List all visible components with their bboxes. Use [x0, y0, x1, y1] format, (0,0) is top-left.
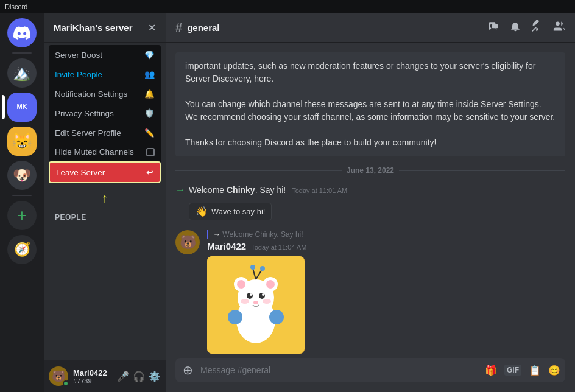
sticker-area [207, 256, 305, 354]
welcome-timestamp: Today at 11:01 AM [292, 187, 347, 194]
user-info: Mari0422 #7739 [73, 368, 112, 385]
server-sidebar: MariKhan's server ✕ Server Boost 💎 Invit… [44, 13, 166, 392]
svg-point-20 [241, 299, 249, 304]
menu-item-leave-server[interactable]: Leave Server ↩ [49, 161, 161, 183]
settings-button[interactable]: ⚙️ [149, 371, 161, 382]
menu-item-server-boost[interactable]: Server Boost 💎 [49, 45, 161, 65]
privacy-settings-icon: 🛡️ [144, 108, 155, 118]
message-input[interactable] [200, 359, 480, 382]
svg-point-13 [253, 301, 258, 304]
leave-server-icon: ↩ [146, 167, 153, 177]
mic-button[interactable]: 🎤 [117, 371, 129, 382]
intro-text-2: You can change which channel these messa… [185, 98, 556, 124]
welcome-message-chinky: → Welcome Chinky. Say hi! Today at 11:01… [175, 184, 565, 195]
messages-area[interactable]: important updates, such as new moderatio… [166, 43, 575, 358]
svg-point-17 [250, 265, 255, 270]
server-divider [12, 52, 32, 54]
message-meta: Mari0422 Today at 11:04 AM [207, 241, 565, 251]
svg-point-15 [269, 310, 284, 324]
message-avatar-mari0422: 🐻 [175, 230, 200, 254]
people-label: People [50, 211, 91, 224]
wave-button[interactable]: 👋 Wave to say hi! [189, 203, 272, 220]
svg-point-8 [266, 280, 275, 289]
user-controls: 🎤 🎧 ⚙️ [117, 371, 161, 382]
welcome-text-2: . Say hi! [255, 185, 286, 195]
hide-muted-channels-checkbox[interactable] [146, 148, 155, 156]
reply-text: Welcome Chinky. Say hi! [222, 230, 303, 239]
server-icon-emoji[interactable]: 😸 [7, 127, 37, 156]
intro-message-block: important updates, such as new moderatio… [175, 52, 565, 156]
date-label: June 13, 2022 [347, 166, 394, 175]
active-indicator [2, 95, 5, 119]
date-line-left [175, 170, 342, 171]
svg-point-10 [259, 293, 265, 299]
intro-text-1: important updates, such as new moderatio… [185, 60, 556, 85]
notifications-icon[interactable] [509, 20, 521, 35]
date-line-right [399, 170, 565, 171]
threads-icon[interactable] [487, 20, 499, 35]
reply-bar: → Welcome Chinky. Say hi! [207, 230, 565, 239]
pinned-icon[interactable] [531, 20, 543, 35]
close-icon[interactable]: ✕ [148, 22, 156, 33]
server-boost-icon: 💎 [144, 50, 155, 60]
server-icon-marikhan[interactable]: MK [7, 93, 37, 122]
svg-point-7 [237, 280, 245, 289]
svg-point-21 [263, 299, 271, 304]
svg-point-19 [260, 266, 265, 271]
svg-line-0 [532, 27, 537, 32]
invite-people-label: Invite People [55, 70, 102, 79]
title-bar-text: Discord [5, 3, 27, 10]
svg-point-1 [556, 22, 560, 26]
gif-icon[interactable]: GIF [504, 365, 521, 376]
svg-point-9 [247, 293, 253, 299]
explore-servers-button[interactable]: 🧭 [7, 235, 37, 264]
gift-icon[interactable]: 🎁 [485, 365, 497, 376]
server-icon-discord[interactable] [7, 18, 37, 47]
menu-item-edit-server-profile[interactable]: Edit Server Profile ✏️ [49, 123, 161, 142]
sticker-icon[interactable]: 📋 [529, 365, 541, 376]
emoji-icon[interactable]: 😊 [548, 365, 560, 376]
user-tag: #7739 [73, 377, 112, 385]
members-icon[interactable] [553, 20, 565, 35]
menu-item-hide-muted-channels[interactable]: Hide Muted Channels [49, 142, 161, 161]
menu-item-notification-settings[interactable]: Notification Settings 🔔 [49, 84, 161, 103]
date-divider: June 13, 2022 [175, 166, 565, 175]
welcome-text-1: Welcome [189, 185, 227, 195]
hide-muted-channels-label: Hide Muted Channels [55, 147, 134, 156]
header-icons [487, 20, 565, 35]
svg-point-12 [262, 293, 264, 296]
add-server-button[interactable]: + [7, 201, 37, 230]
context-menu: Server Boost 💎 Invite People 👥 Notificat… [49, 45, 161, 183]
server-name: MariKhan's server [54, 23, 132, 33]
notification-settings-icon: 🔔 [144, 89, 155, 99]
server-icon-4[interactable]: 🐶 [7, 161, 37, 190]
arrow-indicator: ↑ [44, 191, 166, 206]
user-status-dot [63, 380, 69, 387]
wave-emoji: 👋 [196, 206, 208, 217]
server-header[interactable]: MariKhan's server ✕ [44, 13, 166, 43]
add-attachment-icon[interactable]: ⊕ [180, 358, 196, 382]
svg-point-14 [228, 310, 242, 324]
privacy-settings-label: Privacy Settings [55, 109, 114, 118]
server-boost-label: Server Boost [55, 51, 102, 60]
user-area: 🐻 Mari0422 #7739 🎤 🎧 ⚙️ [44, 360, 166, 392]
server-list: 🏔️ MK 😸 🐶 + 🧭 [0, 13, 44, 392]
menu-item-invite-people[interactable]: Invite People 👥 [49, 65, 161, 84]
message-author: Mari0422 [207, 241, 246, 251]
message-time: Today at 11:04 AM [251, 243, 306, 251]
menu-item-privacy-settings[interactable]: Privacy Settings 🛡️ [49, 103, 161, 123]
channel-name: general [187, 23, 219, 33]
server-divider-2 [12, 195, 32, 196]
user-name: Mari0422 [73, 368, 112, 377]
svg-point-11 [250, 293, 252, 296]
notification-settings-label: Notification Settings [55, 89, 127, 99]
edit-server-profile-label: Edit Server Profile [55, 128, 121, 138]
channel-header: # general [166, 13, 575, 43]
invite-people-icon: 👥 [144, 69, 155, 79]
message-content-mari0422: → Welcome Chinky. Say hi! Mari0422 Today… [207, 230, 565, 354]
edit-server-profile-icon: ✏️ [144, 128, 155, 138]
message-row-mari0422: 🐻 → Welcome Chinky. Say hi! Mari0422 Tod… [175, 230, 565, 354]
headphones-button[interactable]: 🎧 [133, 371, 145, 382]
server-icon-1[interactable]: 🏔️ [7, 58, 37, 88]
message-input-bar: ⊕ 🎁 GIF 📋 😊 [175, 358, 565, 382]
